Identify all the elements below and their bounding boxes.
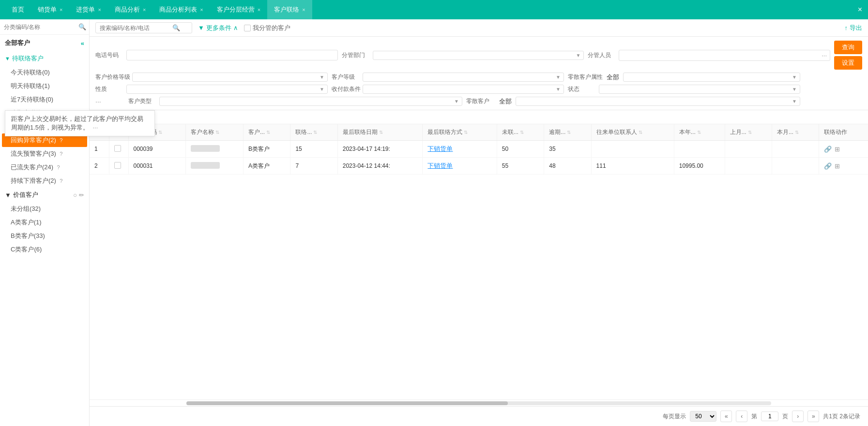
action-link-icon-1[interactable]: 🔗	[824, 162, 832, 170]
action-grid-icon-1[interactable]: ⊞	[835, 162, 840, 170]
th-overdue: 逾期...⇅	[544, 124, 591, 141]
sidebar-item-7day-pending[interactable]: 近7天待联络(0)	[0, 93, 89, 106]
sidebar-item-already-lost[interactable]: 已流失客户(24) ?	[0, 161, 89, 174]
contact-method-link-0[interactable]: 下销货单	[427, 145, 453, 152]
my-customers-checkbox-area: 我分管的客户	[244, 24, 290, 32]
customer-type-select[interactable]: ▼	[159, 97, 462, 106]
sidebar-item-a-class[interactable]: A类客户(1)	[0, 216, 89, 229]
phone-input[interactable]	[126, 50, 338, 60]
my-customers-checkbox[interactable]	[244, 25, 251, 31]
lost-warning-info-icon: ?	[60, 151, 62, 157]
row-checkbox-1[interactable]	[114, 162, 121, 169]
contact-sort-icon[interactable]: ⇅	[313, 130, 317, 135]
table-area: ⚙ 客户编码⇅ 客户名称⇅ 客户...⇅ 联络...⇅ 最后联络日期⇅	[90, 110, 868, 426]
scatter-customer-select[interactable]: ▼	[516, 97, 800, 106]
not-contacted-sort-icon[interactable]: ⇅	[520, 130, 524, 135]
close-customer-layered-icon[interactable]: ×	[258, 7, 260, 13]
name-sort-icon[interactable]: ⇅	[215, 130, 219, 135]
level-sort-icon[interactable]: ⇅	[266, 130, 270, 135]
customer-level-select[interactable]: ▼	[363, 73, 564, 82]
next-page-button[interactable]: ›	[792, 411, 804, 422]
price-level-select[interactable]: ▼	[132, 73, 328, 82]
value-circle-icon[interactable]: ○	[73, 191, 77, 199]
action-grid-icon-0[interactable]: ⊞	[835, 146, 840, 153]
per-page-select[interactable]: 50 20 100	[690, 411, 716, 422]
last-month-sort-icon[interactable]: ⇅	[748, 130, 752, 135]
row-checkbox-0[interactable]	[114, 145, 121, 152]
more-conditions-caret: ∧	[233, 24, 238, 31]
query-button[interactable]: 查询	[834, 41, 862, 54]
nav-customer-layered[interactable]: 客户分层经营 ×	[210, 0, 267, 19]
sidebar-item-lost-warning[interactable]: 流失预警客户(3) ?	[0, 147, 89, 161]
scatter-attr-caret: ▼	[792, 74, 797, 80]
nav-product-analysis-list[interactable]: 商品分析列表 ×	[152, 0, 210, 19]
sidebar-pending-section[interactable]: ▼ 待联络客户	[0, 51, 89, 66]
cell-num: 1	[90, 141, 109, 158]
last-method-sort-icon[interactable]: ⇅	[464, 130, 468, 135]
value-edit-icon[interactable]: ✏	[79, 191, 84, 199]
contact-method-link-1[interactable]: 下销货单	[427, 162, 453, 169]
sidebar-item-persist-down[interactable]: 持续下滑客户(2) ?	[0, 174, 89, 188]
last-date-sort-icon[interactable]: ⇅	[379, 130, 383, 135]
filter-row-1: 电话号码 分管部门 ▼ 分管人员 ···	[95, 41, 862, 70]
nature-caret: ▼	[320, 87, 324, 92]
manager-select[interactable]: ···	[619, 50, 830, 61]
close-sales-order-icon[interactable]: ×	[60, 7, 62, 13]
scroll-thumb[interactable]	[186, 401, 508, 405]
sidebar-item-tomorrow-pending[interactable]: 明天待联络(1)	[0, 79, 89, 93]
nav-customer-contact[interactable]: 客户联络 ×	[267, 0, 312, 19]
th-actions: 联络动作	[819, 124, 868, 141]
contact-person-sort-icon[interactable]: ⇅	[639, 130, 642, 135]
this-year-sort-icon[interactable]: ⇅	[697, 130, 701, 135]
filter-price-level: 客户价格等级 ▼	[95, 73, 328, 82]
nav-purchase-order[interactable]: 进货单 ×	[69, 0, 107, 19]
close-product-analysis-icon[interactable]: ×	[143, 7, 146, 13]
sidebar-value-section[interactable]: ▼ 价值客户 ○ ✏	[0, 188, 89, 202]
sidebar-item-ungrouped[interactable]: 未分组(32)	[0, 202, 89, 216]
nature-select[interactable]: ▼	[126, 85, 328, 94]
nav-product-analysis[interactable]: 商品分析 ×	[108, 0, 152, 19]
sidebar-collapse-icon[interactable]: «	[81, 40, 84, 47]
th-last-contact-date: 最后联络日期⇅	[337, 124, 423, 141]
main-search-icon[interactable]: 🔍	[172, 24, 180, 31]
sidebar-item-today-pending[interactable]: 今天待联络(0)	[0, 66, 89, 79]
scatter-attr-select[interactable]: ▼	[623, 73, 800, 82]
table-toolbar: ⚙	[90, 110, 868, 124]
cell-overdue: 35	[544, 141, 591, 158]
status-select[interactable]: ▼	[599, 85, 800, 94]
close-purchase-order-icon[interactable]: ×	[98, 7, 101, 13]
overdue-sort-icon[interactable]: ⇅	[567, 130, 571, 135]
prev-page-button[interactable]: ‹	[736, 411, 747, 422]
page-number-input[interactable]	[761, 411, 778, 421]
nav-home[interactable]: 首页	[5, 0, 31, 19]
close-all-tabs-button[interactable]: ×	[858, 5, 862, 14]
nav-sales-order[interactable]: 销货单 ×	[31, 0, 69, 19]
sidebar: 🔍 全部客户 « ▼ 待联络客户 今天待联络(0) 明天待联络(1) 近7天待联…	[0, 19, 90, 426]
cell-last-method: 下销货单	[423, 141, 497, 158]
sidebar-search-icon[interactable]: 🔍	[78, 23, 86, 30]
sidebar-item-b-class[interactable]: B类客户(33)	[0, 229, 89, 243]
sidebar-item-c-class[interactable]: C类客户(6)	[0, 243, 89, 256]
more-conditions-button[interactable]: ▼ 更多条件 ∧	[198, 24, 238, 32]
payment-select[interactable]: ▼	[363, 85, 564, 94]
sidebar-search-input[interactable]	[4, 24, 76, 30]
search-box: 🔍	[95, 22, 192, 33]
export-button[interactable]: ↑ 导出	[845, 24, 863, 32]
main-search-input[interactable]	[100, 25, 172, 31]
cell-name	[185, 158, 243, 175]
this-month-sort-icon[interactable]: ⇅	[795, 130, 799, 135]
close-customer-contact-icon[interactable]: ×	[302, 7, 305, 13]
cell-last-method: 下销货单	[423, 158, 497, 175]
settings-button[interactable]: 设置	[834, 56, 862, 70]
horizontal-scrollbar[interactable]	[90, 399, 868, 406]
row4-more-dots[interactable]: ···	[95, 98, 101, 105]
customer-type-label: 客户类型	[128, 97, 157, 105]
action-link-icon-0[interactable]: 🔗	[824, 146, 832, 153]
last-page-button[interactable]: »	[807, 411, 819, 422]
dept-select[interactable]: ▼	[373, 51, 584, 60]
close-product-analysis-list-icon[interactable]: ×	[200, 7, 203, 13]
customer-level-caret: ▼	[556, 74, 561, 80]
table-wrap[interactable]: 客户编码⇅ 客户名称⇅ 客户...⇅ 联络...⇅ 最后联络日期⇅ 最后联络方式…	[90, 124, 868, 399]
code-sort-icon[interactable]: ⇅	[158, 130, 162, 135]
first-page-button[interactable]: «	[720, 411, 732, 422]
